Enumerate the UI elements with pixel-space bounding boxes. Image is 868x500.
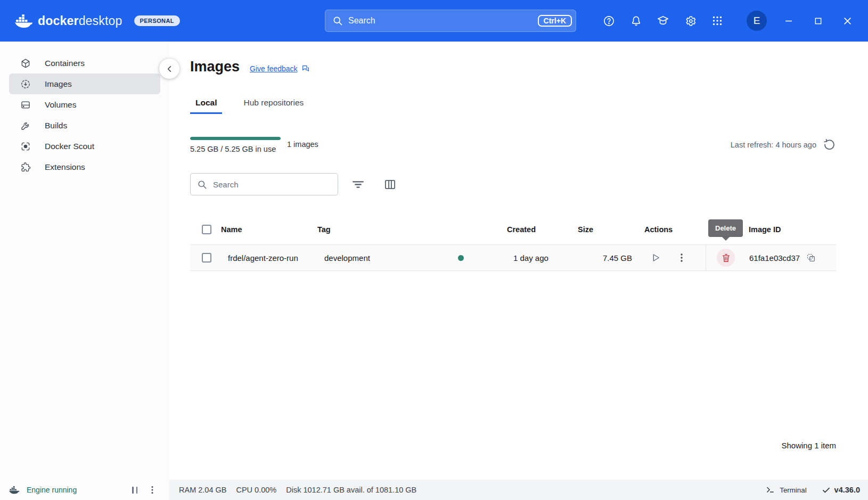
docker-whale-status-icon [9,486,20,494]
row-menu-kebab-icon[interactable] [678,253,685,263]
ram-usage: RAM 2.04 GB [179,486,226,494]
disk-usage-stat: Disk 1012.71 GB avail. of 1081.10 GB [286,486,416,494]
showing-count: Showing 1 item [781,441,836,450]
notifications-bell-icon[interactable] [629,14,642,27]
sidebar-item-images[interactable]: Images [9,73,160,94]
terminal-button[interactable]: Terminal [766,486,806,495]
page-title: Images [190,59,240,75]
tab-hub-repositories[interactable]: Hub repositories [238,98,309,114]
engine-status[interactable]: Engine running [27,486,77,494]
settings-gear-icon[interactable] [684,14,697,27]
window-minimize-button[interactable] [784,16,793,26]
table-row[interactable]: frdel/agent-zero-run development 1 day a… [190,244,836,271]
images-page: Images Give feedback Local Hub repositor… [169,42,868,480]
image-id-cell: 61fa1e03cd37 [706,245,836,271]
pause-engine-icon[interactable] [132,487,137,494]
brand-name: dockerdesktop [38,14,122,28]
sidebar-item-builds[interactable]: Builds [9,115,160,136]
column-header-name[interactable]: Name [221,225,317,234]
global-search[interactable]: Ctrl+K [325,10,576,32]
last-refresh: Last refresh: 4 hours ago [731,138,836,151]
shortcut-badge: Ctrl+K [538,15,572,27]
images-count: 1 images [287,140,318,149]
check-icon [822,486,831,495]
version-info: v4.36.0 [822,486,860,495]
builds-wrench-icon [20,120,31,131]
image-name: frdel/agent-zero-run [221,253,317,263]
window-close-button[interactable] [842,16,852,26]
apps-grid-icon[interactable] [711,14,724,27]
window-controls [784,16,852,26]
image-size: 7.45 GB [574,253,638,263]
chevron-left-icon [165,64,174,73]
disk-usage: 5.25 GB / 5.25 GB in use [190,137,281,153]
sidebar-item-docker-scout[interactable]: Docker Scout [9,136,160,157]
brand-docker: docker [38,14,79,28]
copy-image-id-icon[interactable] [806,253,816,263]
docker-desktop-window: dockerdesktop PERSONAL Ctrl+K E [0,0,868,500]
column-header-tag[interactable]: Tag [317,225,443,234]
engine-status-area: Engine running [0,480,169,500]
in-use-status-dot [458,255,464,261]
usage-text: 5.25 GB / 5.25 GB in use [190,145,281,153]
row-checkbox[interactable] [202,253,211,263]
trash-icon [721,253,731,263]
tabs: Local Hub repositories [190,98,836,114]
images-icon [20,79,31,89]
sidebar-collapse-button[interactable] [159,59,179,79]
window-maximize-button[interactable] [813,16,823,26]
tab-local[interactable]: Local [190,98,222,114]
user-avatar[interactable]: E [747,11,767,31]
docker-whale-logo-icon [14,14,33,28]
volumes-disk-icon [20,100,31,110]
images-search[interactable] [190,173,338,195]
delete-image-button[interactable] [717,249,735,267]
docker-scout-icon [20,141,31,152]
sidebar-item-containers[interactable]: Containers [9,53,160,73]
refresh-icon[interactable] [823,138,836,151]
run-image-button[interactable] [650,252,661,263]
sidebar-item-label: Extensions [45,162,85,172]
search-icon [197,179,207,190]
feedback-icon [301,64,310,73]
usage-bar [190,137,281,140]
brand: dockerdesktop PERSONAL [14,14,180,28]
learning-center-icon[interactable] [657,14,669,27]
select-all-checkbox[interactable] [202,225,211,234]
table-toolbar [190,173,836,195]
status-bar: Engine running RAM 2.04 GB CPU 0.00% Dis… [0,480,868,500]
terminal-icon [766,486,775,495]
delete-tooltip: Delete [708,219,743,237]
help-icon[interactable] [602,14,615,27]
usage-row: 5.25 GB / 5.25 GB in use 1 images Last r… [190,137,836,153]
image-tag: development [317,253,443,263]
terminal-label: Terminal [780,486,806,494]
sidebar-item-label: Volumes [45,100,76,110]
title-bar: dockerdesktop PERSONAL Ctrl+K E [0,0,868,42]
engine-menu-kebab-icon[interactable] [149,486,155,494]
sidebar-item-label: Docker Scout [45,142,94,151]
topbar-icons: E [602,11,767,31]
extensions-puzzle-icon [20,162,31,173]
global-search-input[interactable] [348,16,533,26]
sidebar-item-volumes[interactable]: Volumes [9,94,160,115]
filter-icon[interactable] [351,177,365,191]
play-icon [650,252,661,263]
sidebar-item-label: Images [45,79,72,89]
column-header-created[interactable]: Created [507,225,574,234]
images-search-input[interactable] [213,180,331,189]
search-icon [332,15,343,26]
sidebar-item-extensions[interactable]: Extensions [9,157,160,177]
give-feedback-link[interactable]: Give feedback [250,64,310,73]
sidebar: Containers Images Volumes Builds Docker … [0,42,169,480]
cpu-usage: CPU 0.00% [236,486,276,494]
column-header-size[interactable]: Size [574,225,638,234]
give-feedback-label: Give feedback [250,64,298,73]
brand-desktop: desktop [79,14,122,28]
usage-bar-fill [190,137,281,140]
last-refresh-text: Last refresh: 4 hours ago [731,141,816,149]
containers-cube-icon [20,58,31,69]
columns-icon[interactable] [383,177,397,191]
sidebar-item-label: Containers [45,59,85,68]
column-header-actions: Actions [638,225,706,234]
